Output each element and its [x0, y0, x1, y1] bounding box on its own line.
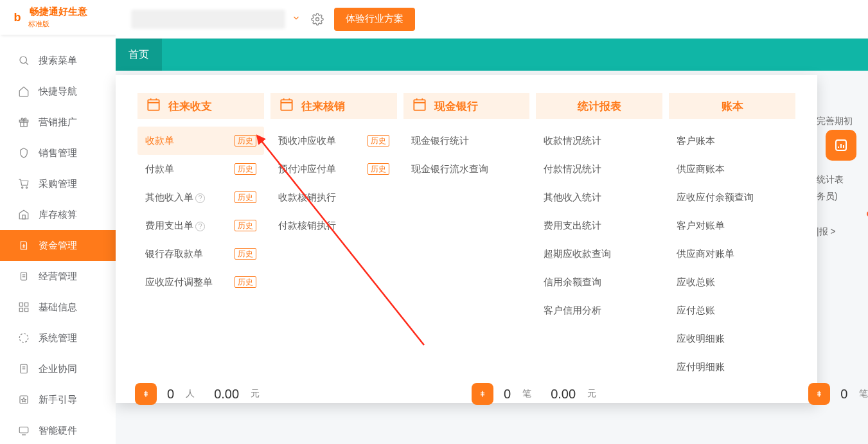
mega-item-0-5[interactable]: 应收应付调整单历史 [137, 268, 264, 296]
metric-card-2: 0笔0.00元 [808, 383, 868, 405]
mega-item-label: 费用支出单? [145, 220, 205, 232]
mega-item-label: 收款单 [145, 135, 174, 147]
mega-item-4-5[interactable]: 应收总账 [669, 268, 795, 296]
mega-item-2-1[interactable]: 现金银行流水查询 [403, 155, 530, 183]
sidebar-item-label: 经营管理 [39, 271, 77, 283]
mega-item-3-0[interactable]: 收款情况统计 [536, 127, 662, 155]
sidebar-menu: 搜索菜单快捷导航营销推广销售管理采购管理库存核算资金管理经营管理基础信息系统管理… [0, 45, 116, 444]
mega-item-4-0[interactable]: 客户账本 [669, 127, 795, 155]
mega-item-label: 收款核销执行 [278, 191, 336, 204]
clipboard-icon [18, 271, 30, 282]
sidebar-item-2[interactable]: 营销推广 [0, 107, 116, 138]
sidebar-item-9[interactable]: 系统管理 [0, 323, 116, 353]
mega-item-label: 收款情况统计 [544, 135, 601, 147]
history-tag[interactable]: 历史 [368, 135, 389, 147]
sidebar-item-4[interactable]: 采购管理 [0, 168, 116, 199]
mega-item-1-3[interactable]: 付款核销执行 [270, 211, 397, 240]
stats-icon-button[interactable] [826, 130, 856, 161]
mega-item-0-4[interactable]: 银行存取款单历史 [137, 240, 264, 268]
mega-item-label: 现金银行统计 [411, 135, 469, 147]
right-rail-text-1: 统计表 [817, 171, 868, 188]
sidebar-item-1[interactable]: 快捷导航 [0, 76, 116, 107]
mega-item-4-2[interactable]: 应收应付余额查询 [669, 183, 795, 211]
dashboard-metrics: 0人0.00元0笔0.00元0笔0.00元 [135, 383, 849, 436]
svg-rect-12 [25, 303, 28, 306]
sidebar-item-7[interactable]: 经营管理 [0, 261, 116, 292]
mega-column-3: 统计报表收款情况统计付款情况统计其他收入统计费用支出统计超期应收款查询信用余额查… [536, 93, 662, 385]
svg-rect-7 [22, 215, 26, 219]
right-rail-text-2: 务员) [817, 188, 868, 205]
mega-item-0-3[interactable]: 费用支出单?历史 [137, 211, 264, 240]
mega-item-3-4[interactable]: 超期应收款查询 [536, 240, 662, 268]
tv-icon [18, 425, 30, 436]
mega-item-label: 客户账本 [677, 135, 715, 147]
svg-rect-23 [148, 100, 159, 110]
mega-item-4-7[interactable]: 应收明细账 [669, 324, 795, 353]
doc-icon [145, 96, 162, 116]
history-tag[interactable]: 历史 [235, 248, 256, 260]
brand-name: 畅捷通好生意 [30, 6, 87, 18]
svg-rect-24 [281, 100, 292, 110]
sidebar-item-5[interactable]: 库存核算 [0, 199, 116, 230]
search-icon [18, 55, 30, 66]
mega-item-label: 客户对账单 [677, 220, 725, 232]
sidebar-item-label: 采购管理 [39, 178, 77, 190]
mega-item-3-5[interactable]: 信用余额查询 [536, 268, 662, 296]
mega-item-label: 应收明细账 [677, 333, 725, 345]
gear-icon[interactable] [311, 13, 324, 26]
tab-home[interactable]: 首页 [116, 39, 162, 71]
metric-count-unit: 笔 [859, 388, 868, 400]
mega-item-label: 信用余额查询 [544, 276, 601, 289]
sidebar-item-10[interactable]: 企业协同 [0, 353, 116, 384]
help-icon: ? [195, 193, 205, 203]
doc-icon [411, 96, 428, 116]
mega-item-label: 应付明细账 [677, 361, 725, 373]
history-tag[interactable]: 历史 [235, 191, 256, 203]
metric-amount-unit: 元 [587, 388, 596, 400]
industry-plan-button[interactable]: 体验行业方案 [334, 8, 415, 31]
mega-item-0-1[interactable]: 付款单历史 [137, 155, 264, 183]
mega-item-4-3[interactable]: 客户对账单 [669, 211, 795, 240]
svg-rect-20 [19, 427, 28, 433]
mega-item-label: 付款情况统计 [544, 163, 601, 175]
cart-icon [18, 178, 30, 190]
mega-item-1-0[interactable]: 预收冲应收单历史 [270, 127, 397, 155]
mega-item-label: 预付冲应付单 [278, 163, 336, 175]
sidebar-item-0[interactable]: 搜索菜单 [0, 45, 116, 76]
history-tag[interactable]: 历史 [235, 276, 256, 288]
org-selector[interactable] [131, 10, 301, 29]
history-tag[interactable]: 历史 [368, 163, 389, 175]
mega-item-2-0[interactable]: 现金银行统计 [403, 127, 530, 155]
mega-item-1-1[interactable]: 预付冲应付单历史 [270, 155, 397, 183]
sidebar-item-8[interactable]: 基础信息 [0, 292, 116, 323]
mega-item-4-4[interactable]: 供应商对账单 [669, 240, 795, 268]
mega-column-header: 账本 [669, 93, 795, 119]
mega-item-1-2[interactable]: 收款核销执行 [270, 183, 397, 211]
sidebar-item-12[interactable]: 智能硬件 [0, 415, 116, 444]
sidebar-item-label: 营销推广 [39, 116, 77, 129]
metric-icon [135, 383, 157, 405]
svg-rect-13 [19, 308, 22, 312]
mega-item-0-0[interactable]: 收款单历史 [137, 127, 264, 155]
mega-item-4-8[interactable]: 应付明细账 [669, 353, 795, 381]
history-tag[interactable]: 历史 [235, 220, 256, 231]
svg-line-1 [26, 62, 28, 64]
mega-item-0-2[interactable]: 其他收入单?历史 [137, 183, 264, 211]
svg-rect-11 [19, 303, 22, 306]
right-rail-text-3[interactable]: |报 > [817, 223, 868, 240]
sidebar-item-6[interactable]: 资金管理 [0, 230, 116, 261]
sidebar-item-11[interactable]: 新手引导 [0, 384, 116, 415]
metric-count-unit: 笔 [522, 388, 531, 400]
mega-item-3-2[interactable]: 其他收入统计 [536, 183, 662, 211]
history-tag[interactable]: 历史 [235, 135, 256, 147]
mega-item-label: 供应商对账单 [677, 248, 734, 260]
mega-item-4-6[interactable]: 应付总账 [669, 296, 795, 324]
mega-item-3-1[interactable]: 付款情况统计 [536, 155, 662, 183]
complete-initial-link[interactable]: 完善期初 [817, 112, 868, 130]
mega-item-3-6[interactable]: 客户信用分析 [536, 296, 662, 324]
history-tag[interactable]: 历史 [235, 163, 256, 175]
metric-card-0: 0人0.00元 [135, 383, 260, 405]
sidebar-item-3[interactable]: 销售管理 [0, 138, 116, 168]
mega-item-4-1[interactable]: 供应商账本 [669, 155, 795, 183]
mega-item-3-3[interactable]: 费用支出统计 [536, 211, 662, 240]
